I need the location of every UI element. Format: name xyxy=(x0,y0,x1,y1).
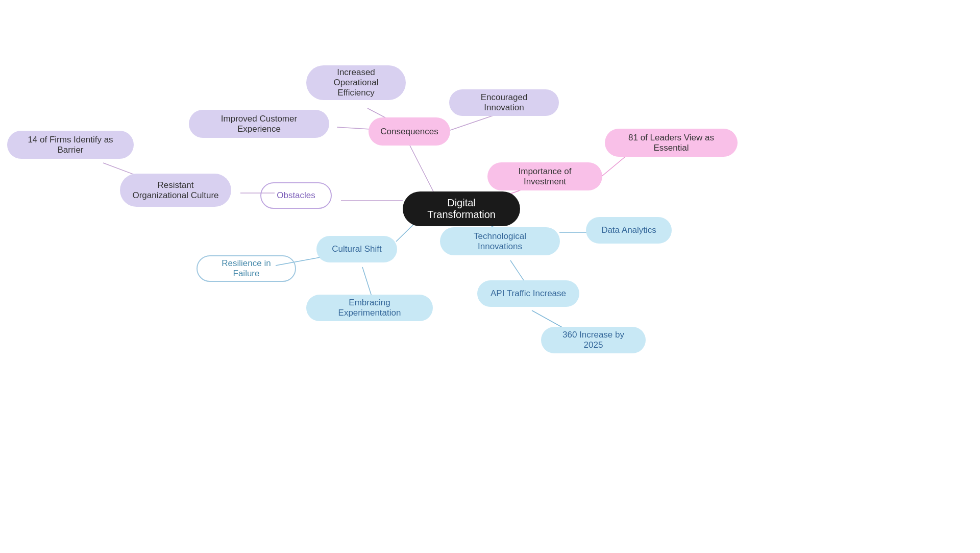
svg-line-0 xyxy=(409,145,433,191)
increase-2025-node[interactable]: 360 Increase by 2025 xyxy=(541,327,646,353)
improved-customer-experience-node[interactable]: Improved Customer Experience xyxy=(189,110,329,138)
firms-barrier-node[interactable]: 14 of Firms Identify as Barrier xyxy=(7,131,134,159)
leaders-essential-node[interactable]: 81 of Leaders View as Essential xyxy=(605,129,738,157)
resilience-failure-node[interactable]: Resilience in Failure xyxy=(197,255,296,282)
consequences-node[interactable]: Consequences xyxy=(369,117,450,146)
data-analytics-node[interactable]: Data Analytics xyxy=(586,217,672,244)
importance-investment-node[interactable]: Importance of Investment xyxy=(487,162,602,190)
cultural-shift-node[interactable]: Cultural Shift xyxy=(316,236,397,262)
resistant-culture-node[interactable]: Resistant Organizational Culture xyxy=(120,174,231,207)
encouraged-innovation-node[interactable]: Encouraged Innovation xyxy=(449,89,559,116)
obstacles-node[interactable]: Obstacles xyxy=(260,182,332,209)
api-traffic-node[interactable]: API Traffic Increase xyxy=(477,280,579,307)
digital-transformation-node[interactable]: Digital Transformation xyxy=(403,191,520,226)
increased-operational-efficiency-node[interactable]: Increased Operational Efficiency xyxy=(306,65,406,100)
technological-innovations-node[interactable]: Technological Innovations xyxy=(440,227,560,255)
embracing-experimentation-node[interactable]: Embracing Experimentation xyxy=(306,295,433,321)
